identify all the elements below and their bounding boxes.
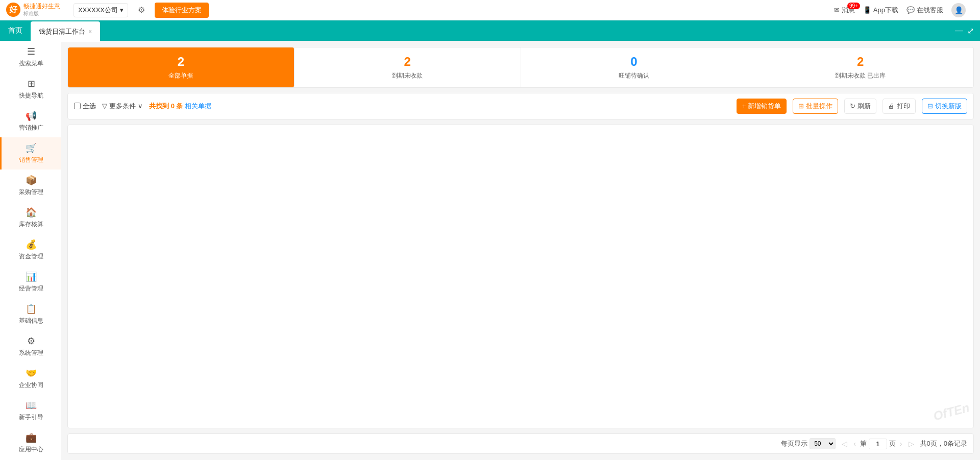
batch-operation-button[interactable]: ⊞ 批量操作 [793,99,838,114]
sidebar-item-quicknav[interactable]: ⊞ 快捷导航 [0,73,61,105]
next-page-button[interactable]: › [898,439,904,449]
sidebar-item-label: 库存核算 [19,220,43,229]
add-sales-button[interactable]: + 新增销货单 [737,99,787,114]
sidebar-item-label: 新手引导 [19,413,43,422]
last-page-button[interactable]: ▷ [906,439,916,449]
enterprise-icon: 🤝 [26,368,37,379]
page-size-label: 每页显示 [781,439,807,448]
sidebar-item-label: 销售管理 [19,156,43,164]
sidebar-item-basics[interactable]: 📋 基础信息 [0,298,61,330]
stat-number-wangpu: 0 [529,55,739,69]
logo-icon: 好 [6,3,20,17]
stat-card-all[interactable]: 2 全部单据 [68,47,295,87]
purchase-icon: 📦 [26,175,37,186]
tab-maximize-button[interactable]: ⤢ [967,26,974,36]
page-suffix: 页 [889,439,896,448]
select-all-input[interactable] [74,103,81,109]
sidebar-item-label: 基础信息 [19,317,43,325]
select-all-checkbox[interactable]: 全选 [74,102,96,111]
inventory-icon: 🏠 [26,207,37,218]
tab-label: 钱货日清工作台 [39,27,85,36]
sidebar-item-sales[interactable]: 🛒 销售管理 [0,137,61,170]
chevron-down-icon: ▾ [120,6,124,14]
avatar-icon: 👤 [954,6,963,14]
sidebar-item-apps[interactable]: 💼 应用中心 [0,427,61,459]
table-area [67,125,974,428]
page-number-input[interactable] [869,439,887,449]
print-icon: 🖨 [888,102,895,110]
sidebar-item-label: 经营管理 [19,284,43,293]
settings-button[interactable]: ⚙ [134,3,149,17]
main-layout: ☰ 搜索菜单 ⊞ 快捷导航 📢 营销推广 🛒 销售管理 📦 采购管理 🏠 库存核… [0,41,980,460]
chevron-down-icon: ∨ [138,102,143,110]
avatar[interactable]: 👤 [951,3,966,17]
sidebar-item-search[interactable]: ☰ 搜索菜单 [0,41,61,73]
toolbar-left: 全选 ▽ 更多条件 ∨ 共找到 0 条 相关单据 [74,102,211,111]
sidebar: ☰ 搜索菜单 ⊞ 快捷导航 📢 营销推广 🛒 销售管理 📦 采购管理 🏠 库存核… [0,41,61,460]
messages-button[interactable]: ✉ 消息 99+ [834,6,855,15]
topbar-right: ✉ 消息 99+ 📱 App下载 💬 在线客服 👤 [834,3,974,17]
stat-number-all: 2 [76,55,286,69]
sidebar-item-label: 企业协同 [19,381,43,390]
count-unit: 条 [176,102,183,110]
app-download-button[interactable]: 📱 App下载 [863,6,898,15]
batch-icon: ⊞ [798,102,804,110]
logo-sub: 标准版 [23,10,60,17]
page-size-selector: 每页显示 50 10 20 100 [781,438,836,449]
service-label: 在线客服 [917,6,943,15]
gear-icon: ⚙ [138,5,145,15]
page-size-select-input[interactable]: 50 10 20 100 [810,438,836,449]
sidebar-item-label: 采购管理 [19,188,43,197]
tabbar-actions: — ⤢ [955,26,980,36]
experience-button[interactable]: 体验行业方案 [155,3,209,18]
sidebar-item-guide[interactable]: 📖 新手引导 [0,395,61,427]
print-button[interactable]: 🖨 打印 [883,99,916,114]
system-icon: ⚙ [27,335,35,347]
tab-qianhuoricang[interactable]: 钱货日清工作台 × [31,21,100,42]
sidebar-item-system[interactable]: ⚙ 系统管理 [0,330,61,362]
sidebar-item-finance[interactable]: 💰 资金管理 [0,234,61,266]
switch-version-button[interactable]: ⊟ 切换新版 [922,99,967,114]
refresh-icon: ↻ [850,102,855,110]
refresh-label: 刷新 [857,102,871,111]
stat-card-wangpu[interactable]: 0 旺铺待确认 [521,47,748,87]
first-page-button[interactable]: ◁ [840,439,849,449]
pagination: 每页显示 50 10 20 100 ◁ ‹ 第 页 › ▷ 共0页，0条记录 [67,433,974,454]
count-value: 0 [171,102,175,110]
page-total: 共0页，0条记录 [920,439,967,448]
finance-icon: 💰 [26,239,37,250]
toolbar-right: + 新增销货单 ⊞ 批量操作 ↻ 刷新 🖨 打印 ⊟ 切换新版 [737,99,967,114]
sidebar-item-inventory[interactable]: 🏠 库存核算 [0,202,61,234]
sidebar-item-enterprise[interactable]: 🤝 企业协同 [0,362,61,395]
related-link[interactable]: 相关单据 [185,102,211,110]
stat-card-shipped[interactable]: 2 到期未收款 已出库 [747,47,973,87]
stat-number-shipped: 2 [755,55,965,69]
count-prefix: 共找到 [149,102,169,110]
company-selector[interactable]: XXXXXX公司 ▾ [74,3,128,17]
apps-icon: 💼 [26,432,37,443]
search-menu-icon: ☰ [27,46,35,57]
tab-minimize-button[interactable]: — [955,26,963,35]
logo-area: 好 畅捷通好生意 标准版 [6,3,67,17]
sidebar-item-operations[interactable]: 📊 经营管理 [0,266,61,298]
filter-icon: ▽ [102,102,107,110]
marketing-icon: 📢 [26,110,37,122]
sidebar-item-purchase[interactable]: 📦 采购管理 [0,170,61,202]
sidebar-item-label: 搜索菜单 [19,59,43,68]
content-area: 2 全部单据 2 到期未收款 0 旺铺待确认 2 到期未收款 已出库 全选 [61,41,980,460]
app-icon: 📱 [863,6,871,14]
print-label: 打印 [897,102,910,111]
filter-button[interactable]: ▽ 更多条件 ∨ [102,102,143,111]
tab-home[interactable]: 首页 [0,20,31,41]
minimize-icon: — [955,26,963,35]
sales-icon: 🛒 [26,142,37,154]
refresh-button[interactable]: ↻ 刷新 [844,99,876,114]
sidebar-item-label: 应用中心 [19,445,43,454]
maximize-icon: ⤢ [967,27,974,35]
tab-close-icon[interactable]: × [88,28,92,35]
prev-page-button[interactable]: ‹ [851,439,858,449]
online-service-button[interactable]: 💬 在线客服 [906,6,943,15]
stat-card-overdue[interactable]: 2 到期未收款 [295,47,521,87]
page-nav: ◁ ‹ 第 页 › ▷ [840,439,916,449]
sidebar-item-marketing[interactable]: 📢 营销推广 [0,105,61,137]
